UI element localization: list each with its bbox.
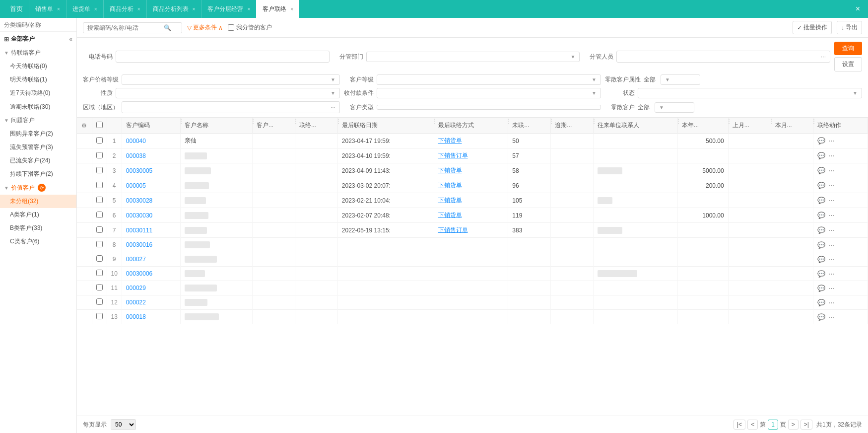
- row-code[interactable]: 000027: [122, 252, 180, 267]
- customer-type-select[interactable]: [377, 105, 601, 110]
- row-checkbox-cell[interactable]: [92, 238, 107, 252]
- row-name[interactable]: [181, 295, 253, 310]
- sidebar-item-a-class[interactable]: A类客户(1): [0, 208, 76, 221]
- contact-action-icon[interactable]: 💬: [817, 197, 825, 204]
- page-size-select[interactable]: 50 100 200: [111, 419, 136, 430]
- nav-tab-sales[interactable]: 销售单 ×: [29, 0, 66, 18]
- reset-button[interactable]: 设置: [834, 57, 862, 72]
- row-checkbox[interactable]: [96, 270, 103, 276]
- row-last-contact-method[interactable]: 下销货单: [434, 178, 508, 193]
- row-checkbox-cell[interactable]: [92, 163, 107, 178]
- last-page-btn[interactable]: >|: [801, 420, 812, 430]
- price-level-select[interactable]: ▼: [122, 74, 340, 85]
- more-action-icon[interactable]: ⋯: [828, 152, 835, 159]
- more-action-icon[interactable]: ⋯: [828, 241, 835, 249]
- last-month-col-resize[interactable]: ⋮: [769, 118, 771, 133]
- row-code[interactable]: 00030111: [122, 223, 180, 238]
- row-name[interactable]: [181, 208, 253, 223]
- customer-level-select[interactable]: ▼: [377, 74, 601, 85]
- contact-action-icon[interactable]: 💬: [817, 167, 825, 174]
- row-checkbox[interactable]: [96, 241, 103, 247]
- contact-action-icon[interactable]: 💬: [817, 299, 825, 306]
- nav-tab-analysis-list[interactable]: 商品分析列表 ×: [146, 0, 201, 18]
- row-checkbox[interactable]: [96, 255, 103, 262]
- export-btn[interactable]: ↓ 导出: [837, 21, 862, 34]
- nav-tab-purchase[interactable]: 进货单 ×: [66, 0, 103, 18]
- row-name[interactable]: [181, 223, 253, 238]
- name-col-header[interactable]: 客户名称 ⋮: [181, 118, 253, 134]
- this-year-col-header[interactable]: 本年... ⋮: [678, 118, 729, 134]
- row-checkbox-cell[interactable]: [92, 295, 107, 310]
- prev-page-btn[interactable]: <: [747, 420, 758, 430]
- more-action-icon[interactable]: ⋯: [828, 285, 835, 292]
- row-code[interactable]: 000038: [122, 148, 180, 163]
- department-select[interactable]: ▼: [366, 52, 580, 62]
- select-all-checkbox[interactable]: [96, 122, 103, 128]
- row-checkbox[interactable]: [96, 182, 103, 188]
- row-checkbox-cell[interactable]: [92, 178, 107, 193]
- sidebar-item-hoarding[interactable]: 囤购异常客户(2): [0, 127, 76, 141]
- more-action-icon[interactable]: ⋯: [828, 167, 835, 174]
- date-col-resize[interactable]: ⋮: [432, 118, 434, 133]
- status-select[interactable]: ▼: [638, 88, 862, 98]
- contact-action-icon[interactable]: 💬: [817, 270, 825, 278]
- row-last-contact-method[interactable]: [434, 238, 508, 252]
- overdue-col-resize[interactable]: ⋮: [591, 118, 593, 133]
- row-last-contact-method[interactable]: 下销货单: [434, 134, 508, 148]
- sidebar-item-c-class[interactable]: C类客户(6): [0, 235, 76, 248]
- nav-home[interactable]: 首页: [4, 0, 29, 18]
- more-action-icon[interactable]: ⋯: [828, 182, 835, 189]
- row-last-contact-method[interactable]: 下销货单: [434, 193, 508, 208]
- row-checkbox[interactable]: [96, 167, 103, 173]
- cust-type-col-resize[interactable]: ⋮: [293, 118, 295, 133]
- nav-tab-customer-contact[interactable]: 客户联络 ×: [256, 0, 299, 18]
- more-action-icon[interactable]: ⋯: [828, 256, 835, 263]
- retail-attr-select[interactable]: ▼: [661, 74, 700, 85]
- manager-more-icon[interactable]: ···: [821, 53, 826, 60]
- region-select[interactable]: ···: [122, 101, 340, 113]
- query-button[interactable]: 查询: [834, 42, 862, 55]
- sidebar-item-ungrouped[interactable]: 未分组(32): [0, 195, 76, 208]
- contact-action-icon[interactable]: 💬: [817, 152, 825, 159]
- partner-contact-col-header[interactable]: 往来单位联系人 ⋮: [594, 118, 678, 134]
- phone-input[interactable]: [116, 51, 330, 63]
- region-more-icon[interactable]: ···: [331, 104, 335, 111]
- row-name[interactable]: [181, 267, 253, 281]
- row-checkbox[interactable]: [96, 197, 103, 203]
- row-code[interactable]: 000005: [122, 178, 180, 193]
- row-code[interactable]: 000029: [122, 281, 180, 295]
- row-last-contact-method[interactable]: 下销货单: [434, 163, 508, 178]
- row-name[interactable]: [181, 238, 253, 252]
- row-code[interactable]: 00030030: [122, 208, 180, 223]
- year-col-resize[interactable]: ⋮: [726, 118, 728, 133]
- sidebar-item-b-class[interactable]: B类客户(33): [0, 221, 76, 235]
- row-checkbox[interactable]: [96, 313, 103, 319]
- row-checkbox[interactable]: [96, 226, 103, 233]
- row-checkbox-cell[interactable]: [92, 252, 107, 267]
- row-name[interactable]: 亲仙: [181, 134, 253, 148]
- row-checkbox-cell[interactable]: [92, 193, 107, 208]
- manager-select[interactable]: ···: [616, 51, 830, 63]
- all-customers-section[interactable]: ⊞ 全部客户 «: [0, 32, 76, 46]
- select-all-col-header[interactable]: [92, 118, 107, 134]
- window-close-button[interactable]: ×: [852, 4, 864, 13]
- more-action-icon[interactable]: ⋯: [828, 197, 835, 204]
- row-code[interactable]: 000040: [122, 134, 180, 148]
- sidebar-item-churned[interactable]: 已流失客户(24): [0, 154, 76, 167]
- more-action-icon[interactable]: ⋯: [828, 226, 835, 234]
- nav-tab-customer-mgmt[interactable]: 客户分层经营 ×: [201, 0, 256, 18]
- row-name[interactable]: [181, 252, 253, 267]
- row-last-contact-method[interactable]: [434, 310, 508, 324]
- row-checkbox-cell[interactable]: [92, 223, 107, 238]
- last-contact-date-col-header[interactable]: 最后联络日期 ⋮: [337, 118, 434, 134]
- row-checkbox-cell[interactable]: [92, 310, 107, 324]
- sidebar-item-today[interactable]: 今天待联络(0): [0, 60, 76, 73]
- sidebar-item-declining[interactable]: 持续下滑客户(2): [0, 167, 76, 181]
- row-name[interactable]: [181, 148, 253, 163]
- contact-action-icon[interactable]: 💬: [817, 313, 825, 321]
- row-last-contact-method[interactable]: [434, 295, 508, 310]
- more-action-icon[interactable]: ⋯: [828, 270, 835, 278]
- row-last-contact-method[interactable]: 下销售订单: [434, 148, 508, 163]
- contact-action-icon[interactable]: 💬: [817, 182, 825, 189]
- sidebar-search-input[interactable]: [4, 21, 77, 28]
